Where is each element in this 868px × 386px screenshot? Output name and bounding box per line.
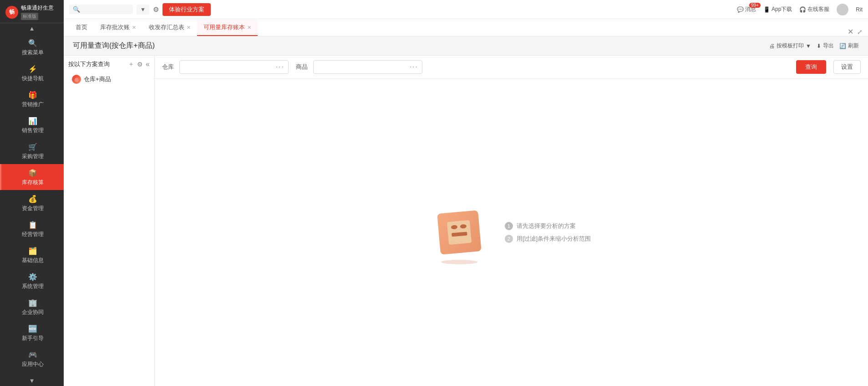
sidebar-item-system[interactable]: ⚙️ 系统管理	[0, 268, 64, 294]
warehouse-input[interactable]: ···	[179, 60, 289, 74]
tip-num-1: 1	[505, 222, 513, 230]
sidebar-item-wechat[interactable]: 💬 企业微信	[0, 372, 64, 375]
refresh-icon: 🔄	[839, 43, 846, 49]
tab-summary-close[interactable]: ✕	[187, 25, 191, 31]
marketing-icon: 🎁	[28, 91, 37, 99]
guide-label: 新手引导	[22, 335, 44, 342]
tab-available-close[interactable]: ✕	[247, 25, 251, 31]
tab-batch-close[interactable]: ✕	[132, 25, 136, 31]
tab-batch-label: 库存批次账	[100, 23, 130, 31]
query-submit-btn[interactable]: 查询	[796, 60, 826, 74]
print-label: 按模板打印	[777, 42, 804, 50]
sidebar-item-marketing[interactable]: 🎁 营销推广	[0, 86, 64, 112]
topbar-search-box[interactable]: 🔍	[69, 5, 133, 14]
topbar: 🔍 ▼ ⚙ 体验行业方案 💬 消息 99+ 📱 App下载 🎧 在	[64, 0, 868, 19]
finance-label: 资金管理	[22, 205, 44, 212]
filter-header: 按以下方案查询 ＋ ⚙ «	[68, 60, 150, 68]
warehouse-dots: ···	[276, 63, 284, 71]
user-avatar	[837, 4, 848, 15]
filter-item-label: 仓库+商品	[84, 75, 111, 83]
corp-icon: 🏢	[28, 299, 37, 307]
filter-settings-btn[interactable]: ⚙	[137, 60, 143, 68]
apps-icon: 🎮	[28, 350, 37, 359]
search-dropdown-btn[interactable]: ▼	[137, 5, 149, 15]
base-icon: 🗂️	[28, 247, 37, 255]
print-icon: 🖨	[769, 43, 775, 49]
product-field: 商品 ···	[296, 60, 422, 74]
system-label: 系统管理	[22, 283, 44, 290]
search-icon: 🔍	[28, 39, 37, 47]
tab-summary-label: 收发存汇总表	[149, 23, 184, 31]
sidebar-scroll-down[interactable]: ▼	[0, 375, 64, 386]
expand-btn[interactable]: ⤢	[857, 28, 863, 36]
tab-available[interactable]: 可用量库存账本 ✕	[197, 20, 258, 36]
filter-item-icon: ◎	[72, 75, 81, 84]
empty-state: 1 请先选择要分析的方案 2 用[过滤]条件来缩小分析范围	[155, 79, 868, 386]
empty-tips: 1 请先选择要分析的方案 2 用[过滤]条件来缩小分析范围	[505, 222, 591, 243]
content-area: 按以下方案查询 ＋ ⚙ « ◎ 仓库+商品 仓库	[64, 56, 868, 386]
sidebar: 畅 畅康通好生意 标准版 ▲ 🔍 搜索菜单 ⚡ 快捷导航 🎁 营销推广 📊 销售…	[0, 0, 64, 386]
warehouse-field: 仓库 ···	[162, 60, 289, 74]
sales-icon: 📊	[28, 117, 37, 125]
search-input[interactable]	[82, 6, 123, 13]
sidebar-item-quicknav[interactable]: ⚡ 快捷导航	[0, 60, 64, 86]
base-label: 基础信息	[22, 257, 44, 264]
message-icon: 💬	[737, 6, 744, 13]
logo-name: 畅康通好生意	[21, 5, 54, 12]
topbar-right: 💬 消息 99+ 📱 App下载 🎧 在线客服 Rit	[737, 4, 863, 15]
sidebar-logo: 畅 畅康通好生意 标准版	[5, 5, 58, 20]
filter-header-actions: ＋ ⚙ «	[128, 60, 150, 68]
export-btn[interactable]: ⬇ 导出	[817, 42, 834, 50]
sidebar-item-finance[interactable]: 💰 资金管理	[0, 190, 64, 216]
industry-solution-btn[interactable]: 体验行业方案	[162, 3, 211, 16]
close-window-btn[interactable]: ✕	[848, 27, 853, 36]
refresh-label: 刷新	[848, 42, 859, 50]
sidebar-item-sales[interactable]: 📊 销售管理	[0, 112, 64, 138]
product-input[interactable]: ···	[313, 60, 422, 74]
operation-label: 经营管理	[22, 231, 44, 238]
sidebar-scroll-up[interactable]: ▲	[0, 23, 64, 34]
message-btn[interactable]: 💬 消息 99+	[737, 5, 756, 13]
search-label: 搜索菜单	[22, 49, 44, 57]
corp-label: 企业协同	[22, 309, 44, 316]
print-btn[interactable]: 🖨 按模板打印 ▼	[769, 42, 811, 50]
export-icon: ⬇	[817, 43, 821, 49]
sidebar-item-base[interactable]: 🗂️ 基础信息	[0, 242, 64, 268]
main-area: 🔍 ▼ ⚙ 体验行业方案 💬 消息 99+ 📱 App下载 🎧 在	[64, 0, 868, 386]
export-label: 导出	[823, 42, 834, 50]
product-dots: ···	[410, 63, 418, 71]
tab-available-label: 可用量库存账本	[203, 23, 245, 31]
sidebar-item-apps[interactable]: 🎮 应用中心	[0, 346, 64, 372]
username-label[interactable]: Rit	[856, 6, 863, 13]
sidebar-item-operation[interactable]: 📋 经营管理	[0, 216, 64, 242]
query-bar: 仓库 ··· 商品 ··· 查询	[155, 56, 868, 79]
filter-panel: 按以下方案查询 ＋ ⚙ « ◎ 仓库+商品	[64, 56, 155, 386]
page-header: 可用量查询(按仓库+商品) 🖨 按模板打印 ▼ ⬇ 导出 🔄 刷新	[64, 36, 868, 56]
tab-summary[interactable]: 收发存汇总表 ✕	[142, 20, 197, 36]
online-service-btn[interactable]: 🎧 在线客服	[799, 5, 829, 13]
filter-collapse-btn[interactable]: «	[146, 60, 150, 68]
sidebar-item-guide[interactable]: 🆕 新手引导	[0, 320, 64, 346]
query-area: 仓库 ··· 商品 ··· 查询	[155, 56, 868, 386]
tab-home[interactable]: 首页	[69, 20, 94, 36]
tip-text-2: 用[过滤]条件来缩小分析范围	[517, 235, 591, 243]
sidebar-item-search[interactable]: 🔍 搜索菜单	[0, 34, 64, 60]
warehouse-label: 仓库	[162, 63, 176, 71]
sidebar-item-purchase[interactable]: 🛒 采购管理	[0, 138, 64, 164]
guide-icon: 🆕	[28, 324, 37, 333]
inventory-icon: 📦	[28, 169, 37, 177]
message-badge: 99+	[749, 3, 761, 8]
settings-gear-btn[interactable]: ⚙	[153, 5, 159, 14]
box-illustration	[437, 210, 482, 255]
app-download-btn[interactable]: 📱 App下载	[763, 5, 792, 13]
refresh-btn[interactable]: 🔄 刷新	[839, 42, 859, 50]
filter-title: 按以下方案查询	[68, 60, 110, 68]
inventory-label: 库存核算	[22, 179, 44, 186]
filter-item-warehouse-product[interactable]: ◎ 仓库+商品	[68, 72, 150, 87]
app-label: App下载	[772, 5, 792, 13]
query-setting-btn[interactable]: 设置	[833, 60, 861, 74]
sidebar-item-corp[interactable]: 🏢 企业协同	[0, 294, 64, 320]
filter-add-btn[interactable]: ＋	[128, 60, 134, 68]
tab-batch[interactable]: 库存批次账 ✕	[94, 20, 142, 36]
sidebar-item-inventory[interactable]: 📦 库存核算	[0, 164, 64, 190]
